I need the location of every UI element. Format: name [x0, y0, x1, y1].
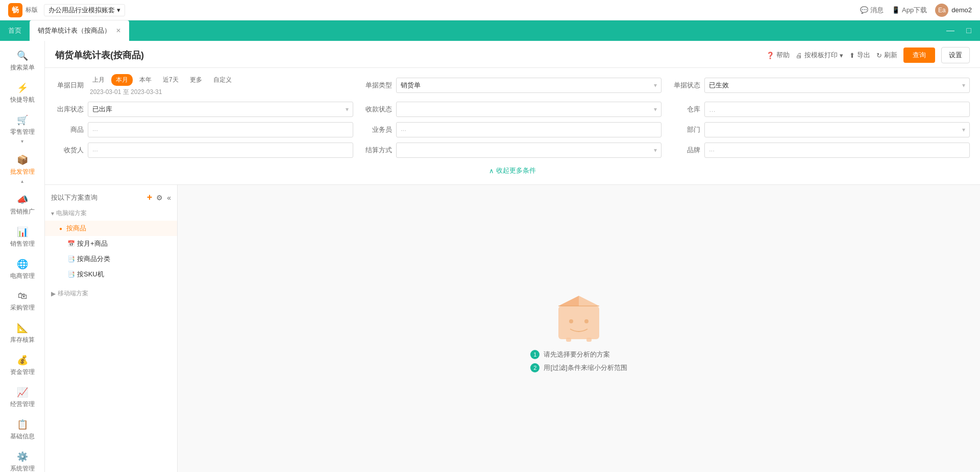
- collect-status-field[interactable]: ▾: [396, 102, 662, 117]
- tree-item-by-category[interactable]: 📑 按商品分类: [45, 251, 177, 267]
- dept-field[interactable]: ▾: [704, 122, 970, 137]
- tree-item-by-month-goods[interactable]: 📅 按月+商品: [45, 236, 177, 251]
- sidebar-item-search-menu[interactable]: 🔍 搜索菜单: [0, 45, 44, 77]
- tree-item-label: 按商品: [66, 224, 171, 233]
- sidebar-item-label: 资金管理: [10, 368, 35, 376]
- receiver-field[interactable]: ···: [88, 143, 353, 158]
- collapse-filter-btn[interactable]: ∧ 收起更多条件: [55, 163, 970, 178]
- query-btn[interactable]: 查询: [903, 48, 935, 63]
- message-btn[interactable]: 💬 消息: [860, 6, 884, 15]
- empty-state: 1 请先选择要分析的方案 2 用[过滤]条件来缩小分析范围: [530, 280, 627, 376]
- system-icon: ⚙️: [17, 451, 28, 462]
- sidebar-item-inventory[interactable]: 📐 库存核算: [0, 317, 44, 349]
- date-pill-custom[interactable]: 自定义: [209, 74, 236, 86]
- doc-status-field[interactable]: 已生效 ▾: [704, 78, 970, 93]
- refresh-btn[interactable]: ↻ 刷新: [876, 51, 897, 60]
- sidebar-item-purchase[interactable]: 🛍 采购管理: [0, 286, 44, 317]
- receiver-label: 收货人: [55, 146, 84, 155]
- brand-field[interactable]: ···: [704, 143, 970, 158]
- step-1-num: 1: [530, 350, 540, 359]
- sidebar-item-label: 采购管理: [10, 303, 35, 312]
- out-status-label: 出库状态: [55, 105, 84, 114]
- sidebar-item-label: 批发管理: [10, 168, 35, 176]
- marketing-icon: 📣: [17, 194, 28, 205]
- panel-settings-btn[interactable]: ⚙: [156, 194, 163, 202]
- date-pill-last-month[interactable]: 上月: [88, 74, 109, 86]
- date-label: 单据日期: [55, 81, 84, 90]
- app-download-label: App下载: [902, 6, 927, 15]
- panel-collapse-btn[interactable]: «: [167, 194, 171, 202]
- empty-step-1: 1 请先选择要分析的方案: [530, 350, 627, 359]
- doc-type-field[interactable]: 销货单 ▾: [396, 78, 662, 93]
- sidebar-item-wholesale[interactable]: 📦 批发管理 ▴: [0, 149, 44, 189]
- help-btn[interactable]: ❓ 帮助: [766, 51, 790, 60]
- sidebar-item-finance[interactable]: 💰 资金管理: [0, 349, 44, 382]
- tree-item-by-goods[interactable]: ● 按商品: [45, 221, 177, 236]
- user-info[interactable]: Ea demo2: [935, 4, 972, 17]
- sidebar-item-label: 系统管理: [10, 464, 35, 472]
- warehouse-placeholder: …: [709, 106, 965, 113]
- filter-row-4: 收货人 ··· 结算方式 ▾ 品牌 ···: [55, 143, 970, 158]
- app-download-btn[interactable]: 📱 App下载: [892, 6, 927, 15]
- sidebar-item-label: 搜索菜单: [10, 63, 35, 72]
- date-pills: 上月 本月 本年 近7天 更多 自定义: [88, 74, 353, 86]
- main-layout: 🔍 搜索菜单 ⚡ 快捷导航 🛒 零售管理 ▾ 📦 批发管理 ▴ 📣 营销推广 📊…: [0, 41, 980, 472]
- tree-item-label: 按SKU机: [77, 270, 171, 279]
- payment-field[interactable]: ▾: [396, 143, 662, 158]
- help-label: 帮助: [776, 51, 790, 60]
- svg-marker-2: [579, 296, 599, 306]
- tab-home[interactable]: 首页: [0, 20, 30, 41]
- purchase-icon: 🛍: [18, 291, 27, 301]
- goods-field[interactable]: ···: [88, 122, 353, 137]
- sidebar-item-ecom[interactable]: 🌐 电商管理: [0, 253, 44, 286]
- app-selector[interactable]: 办公用品行业模拟账套 ▾: [44, 4, 125, 16]
- sidebar-item-system[interactable]: ⚙️ 系统管理: [0, 446, 44, 472]
- date-pill-7days[interactable]: 近7天: [158, 74, 183, 86]
- export-btn[interactable]: ⬆ 导出: [849, 51, 870, 60]
- sidebar-item-quick-nav[interactable]: ⚡ 快捷导航: [0, 77, 44, 109]
- wholesale-icon: 📦: [17, 154, 28, 166]
- tab-sales-stat[interactable]: 销货单统计表（按商品） ✕: [30, 20, 129, 41]
- filter-cell-collect-status: 收款状态 ▾: [363, 102, 662, 117]
- message-label: 消息: [870, 6, 884, 15]
- panel-add-btn[interactable]: +: [147, 192, 153, 203]
- brand-dots: ···: [709, 147, 965, 154]
- sidebar-item-retail[interactable]: 🛒 零售管理 ▾: [0, 109, 44, 149]
- tree-item-by-sku[interactable]: 📑 按SKU机: [45, 267, 177, 282]
- sidebar-item-label: 销售管理: [10, 240, 35, 248]
- tab-maximize-btn[interactable]: □: [962, 23, 976, 38]
- date-pill-more[interactable]: 更多: [185, 74, 207, 86]
- sidebar-item-sales-mgmt[interactable]: 📊 销售管理: [0, 221, 44, 253]
- help-icon: ❓: [766, 52, 774, 59]
- collapse-label: 收起更多条件: [496, 166, 536, 175]
- svg-point-4: [569, 319, 573, 323]
- date-pill-this-year[interactable]: 本年: [135, 74, 156, 86]
- filter-cell-date: 单据日期 上月 本月 本年 近7天 更多 自定义 2023-03-01 至 20…: [55, 74, 353, 97]
- out-status-chevron: ▾: [346, 106, 349, 113]
- panel-header-actions: + ⚙ «: [147, 192, 171, 203]
- tab-minimize-btn[interactable]: —: [943, 23, 958, 38]
- filter-row-1: 单据日期 上月 本月 本年 近7天 更多 自定义 2023-03-01 至 20…: [55, 74, 970, 97]
- page-header: 销货单统计表(按商品) ❓ 帮助 🖨 按模板打印 ▾ ⬆ 导出: [45, 41, 980, 68]
- settings-btn[interactable]: 设置: [941, 47, 970, 63]
- tab-close-btn[interactable]: ✕: [116, 27, 121, 34]
- sidebar-item-marketing[interactable]: 📣 营销推广: [0, 189, 44, 221]
- sidebar-item-basics[interactable]: 📋 基础信息: [0, 414, 44, 446]
- retail-icon: 🛒: [17, 114, 28, 126]
- dept-label: 部门: [672, 125, 700, 134]
- message-icon: 💬: [860, 6, 868, 14]
- svg-rect-7: [586, 338, 592, 342]
- warehouse-field[interactable]: …: [704, 102, 970, 117]
- tab-home-label: 首页: [8, 26, 21, 35]
- industry-arrow: ▾: [117, 6, 120, 14]
- out-status-field[interactable]: 已出库 ▾: [88, 102, 353, 117]
- staff-field[interactable]: ···: [396, 122, 662, 137]
- date-pill-this-month[interactable]: 本月: [111, 74, 133, 86]
- collect-status-label: 收款状态: [363, 105, 392, 114]
- sidebar-item-operation[interactable]: 📈 经营管理: [0, 382, 44, 414]
- empty-step-2: 2 用[过滤]条件来缩小分析范围: [530, 363, 627, 372]
- search-menu-icon: 🔍: [17, 50, 28, 61]
- svg-point-5: [584, 319, 589, 323]
- step-1-text: 请先选择要分析的方案: [544, 350, 610, 359]
- print-btn[interactable]: 🖨 按模板打印 ▾: [796, 51, 843, 60]
